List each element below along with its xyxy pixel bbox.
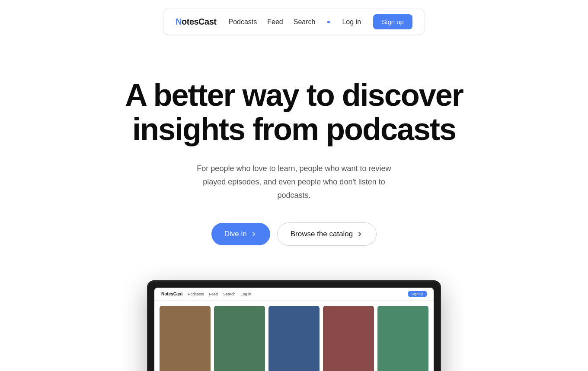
signup-button[interactable]: Sign up: [373, 14, 412, 29]
browse-catalog-label: Browse the catalog: [291, 230, 353, 238]
mock-logo: NotesCast: [161, 292, 182, 296]
laptop-screen: NotesCast Podcasts Feed Search Log in Si…: [154, 288, 434, 371]
laptop-mockup-section: NotesCast Podcasts Feed Search Log in Si…: [0, 272, 588, 371]
mock-card-3: [268, 306, 320, 371]
mock-nav-search: Search: [223, 292, 236, 296]
hero-subtitle: For people who love to learn, people who…: [186, 162, 402, 202]
mock-card-5: [377, 306, 428, 371]
mock-signup: Sign up: [408, 291, 427, 297]
hero-buttons: Dive in Browse the catalog: [211, 222, 377, 246]
mock-navbar: NotesCast Podcasts Feed Search Log in Si…: [154, 288, 434, 301]
site-logo[interactable]: NotesCast: [176, 17, 216, 27]
navbar-wrapper: NotesCast Podcasts Feed Search Log in Si…: [0, 0, 588, 44]
dive-in-button[interactable]: Dive in: [211, 223, 270, 245]
browse-catalog-button[interactable]: Browse the catalog: [277, 222, 377, 246]
logo-n: N: [176, 17, 182, 26]
nav-search[interactable]: Search: [294, 18, 316, 26]
laptop-screen-inner: NotesCast Podcasts Feed Search Log in Si…: [154, 288, 434, 371]
navbar: NotesCast Podcasts Feed Search Log in Si…: [163, 9, 425, 35]
chevron-right-icon: [250, 231, 257, 238]
nav-dot-indicator: [327, 21, 330, 23]
chevron-right-icon-2: [356, 231, 363, 238]
hero-section: A better way to discover insights from p…: [0, 44, 588, 272]
nav-podcasts[interactable]: Podcasts: [228, 18, 257, 26]
dive-in-label: Dive in: [224, 230, 247, 238]
mock-card-2: [214, 306, 265, 371]
mock-card-1: [160, 306, 211, 371]
nav-feed[interactable]: Feed: [267, 18, 283, 26]
hero-title: A better way to discover insights from p…: [125, 78, 463, 146]
hero-title-line2: insights from podcasts: [132, 112, 456, 146]
mock-nav-feed: Feed: [209, 292, 218, 296]
mock-podcast-grid: [154, 301, 434, 371]
login-button[interactable]: Log in: [342, 18, 361, 26]
mock-card-4: [323, 306, 374, 371]
laptop-frame: NotesCast Podcasts Feed Search Log in Si…: [147, 280, 441, 371]
mock-nav-login: Log in: [241, 292, 252, 296]
laptop-container: NotesCast Podcasts Feed Search Log in Si…: [147, 280, 441, 371]
logo-rest: otesCast: [182, 17, 216, 26]
nav-links: Podcasts Feed Search: [228, 18, 315, 26]
mock-nav-podcasts: Podcasts: [188, 292, 204, 296]
hero-title-line1: A better way to discover: [125, 78, 463, 112]
